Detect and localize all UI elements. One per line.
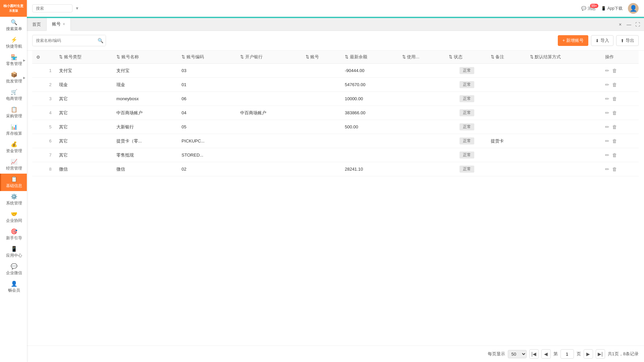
export-button[interactable]: ⬆ 导出	[616, 35, 639, 46]
sidebar-item-ecommerce[interactable]: 🛒 电商管理	[0, 86, 27, 104]
delete-button[interactable]: 🗑	[612, 96, 617, 102]
app-download-button[interactable]: 📱 App下载	[601, 6, 623, 11]
page-prev-button[interactable]: ◀	[541, 349, 551, 359]
table-row: 4 其它 中百商场账户 04 中百商场账户 383866.00 正常 ✏ 🗑	[32, 106, 639, 120]
edit-button[interactable]: ✏	[605, 68, 609, 74]
import-icon: ⬇	[595, 38, 599, 43]
sidebar-item-member[interactable]: 👤 畅会员	[0, 278, 27, 296]
enterprise-icon: 🤝	[11, 211, 17, 217]
row-usage	[399, 162, 446, 176]
main-area: ▼ 💬 消息 99+ 📱 App下载 👤 首页 账号 ×	[27, 0, 644, 362]
sidebar-item-quick-nav[interactable]: ⚡ 快捷导航	[0, 34, 27, 52]
col-type-label: ⇅ 账号类型	[59, 54, 82, 59]
column-balance[interactable]: ⇅ 最新余额	[342, 51, 399, 64]
edit-button[interactable]: ✏	[605, 96, 609, 102]
row-name: 中百商场账户	[114, 106, 179, 120]
sidebar-item-wechat-biz[interactable]: 💬 企业微信	[0, 261, 27, 278]
row-number: 5	[44, 120, 56, 134]
row-code: STORED...	[179, 148, 237, 162]
column-status[interactable]: ⇅ 状态	[446, 51, 488, 64]
edit-button[interactable]: ✏	[605, 138, 609, 144]
edit-button[interactable]: ✏	[605, 82, 609, 88]
chevron-right-icon: ▶	[23, 59, 25, 62]
sidebar-item-finance[interactable]: 💰 资金管理	[0, 139, 27, 156]
column-gear[interactable]: ⚙	[32, 51, 44, 64]
row-type: 其它	[56, 134, 114, 148]
edit-button[interactable]: ✏	[605, 152, 609, 158]
page-last-button[interactable]: ▶|	[596, 349, 605, 359]
sidebar-item-operations[interactable]: 📈 经营管理	[0, 156, 27, 174]
tab-expand-button[interactable]: ⛶	[634, 21, 641, 28]
column-remark[interactable]: ⇅ 备注	[488, 51, 527, 64]
page-number-input[interactable]	[560, 349, 574, 359]
quick-nav-icon: ⚡	[11, 37, 17, 43]
column-usage[interactable]: ⇅ 使用...	[399, 51, 446, 64]
tab-account-close[interactable]: ×	[63, 22, 65, 26]
sidebar: 柚小圆时生意乐意版 🔍 搜索菜单 ⚡ 快捷导航 🏪 零售管理 ▶ 📦 批发管理 …	[0, 0, 27, 362]
sidebar-item-purchase[interactable]: 📋 采购管理	[0, 104, 27, 121]
message-button[interactable]: 💬 消息 99+	[581, 6, 596, 11]
page-size-select[interactable]: 50 10 20 100	[508, 350, 527, 358]
page-first-button[interactable]: |◀	[529, 349, 539, 359]
col-name-label: ⇅ 账号名称	[116, 54, 139, 59]
sidebar-item-basic-info[interactable]: 📋 基础信息	[0, 174, 27, 191]
row-number: 7	[44, 148, 56, 162]
topbar-dropdown-arrow[interactable]: ▼	[75, 6, 79, 11]
delete-button[interactable]: 🗑	[612, 166, 617, 172]
sidebar-item-label: 快捷导航	[6, 44, 22, 49]
search-button[interactable]: 🔍	[95, 35, 106, 46]
row-actions: ✏ 🗑	[602, 92, 639, 106]
row-actions: ✏ 🗑	[602, 64, 639, 78]
tab-account[interactable]: 账号 ×	[47, 18, 71, 31]
edit-button[interactable]: ✏	[605, 110, 609, 116]
row-name: 零售抵现	[114, 148, 179, 162]
table-body: 1 支付宝 支付宝 03 -90444.00 正常 ✏ 🗑 2 现金 现金 01	[32, 64, 639, 176]
delete-button[interactable]: 🗑	[612, 124, 617, 130]
sidebar-item-wholesale[interactable]: 📦 批发管理 ▶	[0, 69, 27, 86]
row-number: 3	[44, 92, 56, 106]
column-account[interactable]: ⇅ 账号	[303, 51, 342, 64]
delete-button[interactable]: 🗑	[612, 82, 617, 87]
sidebar-item-enterprise[interactable]: 🤝 企业协同	[0, 208, 27, 226]
row-balance: 500.00	[342, 120, 399, 134]
column-name[interactable]: ⇅ 账号名称	[114, 51, 179, 64]
row-usage	[399, 148, 446, 162]
add-account-button[interactable]: + 新增账号	[558, 35, 588, 46]
delete-button[interactable]: 🗑	[612, 110, 617, 116]
topbar-search-input[interactable]	[32, 4, 72, 12]
row-type: 支付宝	[56, 64, 114, 78]
delete-button[interactable]: 🗑	[612, 138, 617, 144]
col-account-label: ⇅ 账号	[306, 54, 319, 59]
column-type[interactable]: ⇅ 账号类型	[56, 51, 114, 64]
sidebar-item-search-menu[interactable]: 🔍 搜索菜单	[0, 17, 27, 34]
sidebar-item-app-center[interactable]: 📱 应用中心	[0, 243, 27, 261]
row-gear	[32, 120, 44, 134]
sidebar-item-system[interactable]: ⚙️ 系统管理	[0, 191, 27, 208]
row-account	[303, 120, 342, 134]
purchase-icon: 📋	[11, 106, 17, 113]
sidebar-item-guide[interactable]: 🎯 新手引导	[0, 226, 27, 243]
search-menu-icon: 🔍	[11, 19, 17, 25]
edit-button[interactable]: ✏	[605, 124, 609, 130]
row-actions: ✏ 🗑	[602, 134, 639, 148]
tab-minimize-button[interactable]: —	[625, 21, 633, 28]
table-row: 6 其它 提货卡（零... PICKUPC... 正常 提货卡 ✏ 🗑	[32, 134, 639, 148]
column-default-pay[interactable]: ⇅ 默认结算方式	[527, 51, 603, 64]
column-code[interactable]: ⇅ 账号编码	[179, 51, 237, 64]
tab-close-button[interactable]: ×	[616, 21, 624, 28]
user-avatar[interactable]: 👤	[628, 3, 639, 14]
tab-home[interactable]: 首页	[27, 18, 47, 31]
column-bank[interactable]: ⇅ 开户银行	[237, 51, 303, 64]
row-status: 正常	[446, 134, 488, 148]
sidebar-item-inventory[interactable]: 📊 库存核算	[0, 121, 27, 139]
delete-button[interactable]: 🗑	[612, 68, 617, 73]
import-button[interactable]: ⬇ 导入	[591, 35, 613, 46]
page-next-button[interactable]: ▶	[584, 349, 593, 359]
search-input[interactable]	[33, 36, 95, 45]
sidebar-item-label: 企业微信	[6, 270, 22, 276]
delete-button[interactable]: 🗑	[612, 152, 617, 158]
sidebar-item-retail[interactable]: 🏪 零售管理 ▶	[0, 52, 27, 69]
sidebar-item-label: 经营管理	[6, 166, 22, 171]
row-balance: 383866.00	[342, 106, 399, 120]
edit-button[interactable]: ✏	[605, 166, 609, 172]
